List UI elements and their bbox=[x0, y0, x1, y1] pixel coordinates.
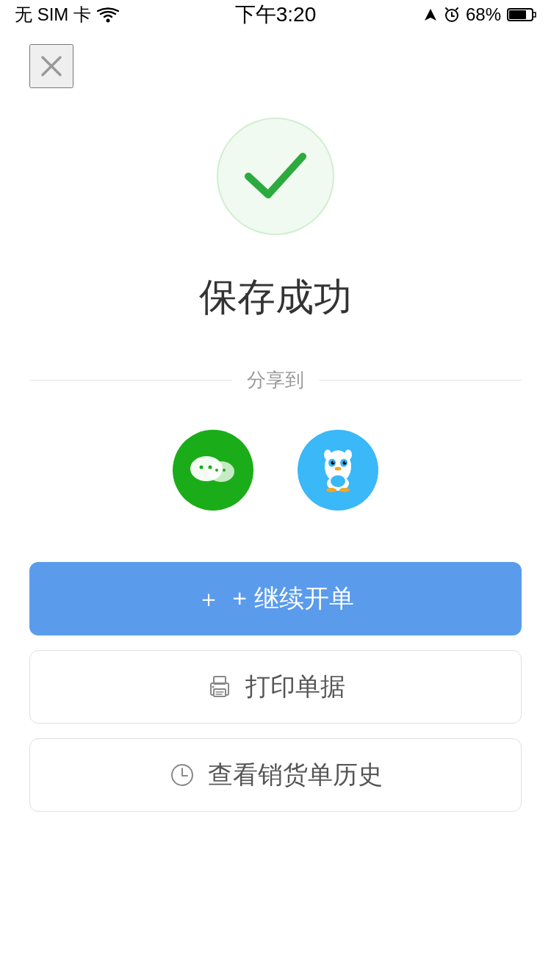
battery-percent: 68% bbox=[466, 4, 501, 25]
svg-point-26 bbox=[326, 488, 336, 492]
svg-point-10 bbox=[200, 466, 204, 469]
print-receipt-label: 打印单据 bbox=[245, 670, 345, 704]
success-title: 保存成功 bbox=[199, 272, 352, 323]
svg-point-27 bbox=[339, 488, 350, 492]
action-buttons: ＋ + 继续开单 打印单据 查看销货单历史 bbox=[29, 562, 522, 812]
share-label: 分享到 bbox=[247, 367, 304, 393]
checkmark-icon bbox=[242, 151, 309, 202]
svg-rect-30 bbox=[214, 689, 226, 696]
svg-rect-5 bbox=[509, 10, 526, 19]
wechat-icon bbox=[187, 448, 239, 492]
svg-point-23 bbox=[345, 450, 352, 460]
svg-point-11 bbox=[209, 466, 212, 469]
status-right: 68% bbox=[423, 4, 536, 25]
qq-icon bbox=[314, 444, 362, 496]
svg-point-22 bbox=[324, 450, 331, 460]
qq-share-button[interactable] bbox=[298, 430, 378, 511]
success-circle bbox=[217, 118, 334, 235]
svg-point-9 bbox=[208, 461, 234, 482]
divider-line-right bbox=[319, 380, 522, 381]
main-content: 保存成功 分享到 bbox=[0, 29, 551, 980]
svg-point-20 bbox=[345, 461, 346, 463]
continue-order-button[interactable]: ＋ + 继续开单 bbox=[29, 562, 522, 635]
share-divider: 分享到 bbox=[29, 367, 522, 393]
print-receipt-button[interactable]: 打印单据 bbox=[29, 650, 522, 724]
battery-icon bbox=[507, 7, 536, 22]
svg-point-25 bbox=[331, 475, 345, 487]
status-time: 下午3:20 bbox=[235, 1, 317, 29]
svg-point-19 bbox=[333, 461, 334, 463]
svg-point-12 bbox=[215, 469, 218, 472]
divider-line-left bbox=[29, 380, 232, 381]
share-icons-row bbox=[173, 430, 378, 511]
svg-point-13 bbox=[223, 469, 226, 472]
location-icon bbox=[423, 7, 438, 22]
alarm-icon bbox=[444, 7, 460, 23]
status-bar: 无 SIM 卡 下午3:20 68% bbox=[0, 0, 551, 29]
svg-point-31 bbox=[212, 686, 215, 688]
status-left: 无 SIM 卡 bbox=[15, 3, 119, 26]
history-icon bbox=[168, 761, 196, 789]
wifi-icon bbox=[97, 7, 119, 23]
printer-icon bbox=[206, 673, 234, 701]
view-history-label: 查看销货单历史 bbox=[208, 758, 383, 792]
no-sim-label: 无 SIM 卡 bbox=[15, 3, 91, 26]
wechat-share-button[interactable] bbox=[173, 430, 253, 511]
svg-point-0 bbox=[107, 19, 110, 23]
svg-point-17 bbox=[331, 461, 334, 465]
plus-icon: ＋ bbox=[197, 587, 220, 610]
continue-order-label: + 继续开单 bbox=[232, 582, 353, 616]
svg-point-21 bbox=[334, 467, 341, 471]
view-history-button[interactable]: 查看销货单历史 bbox=[29, 738, 522, 812]
svg-point-18 bbox=[342, 461, 346, 465]
close-button[interactable] bbox=[29, 44, 73, 88]
